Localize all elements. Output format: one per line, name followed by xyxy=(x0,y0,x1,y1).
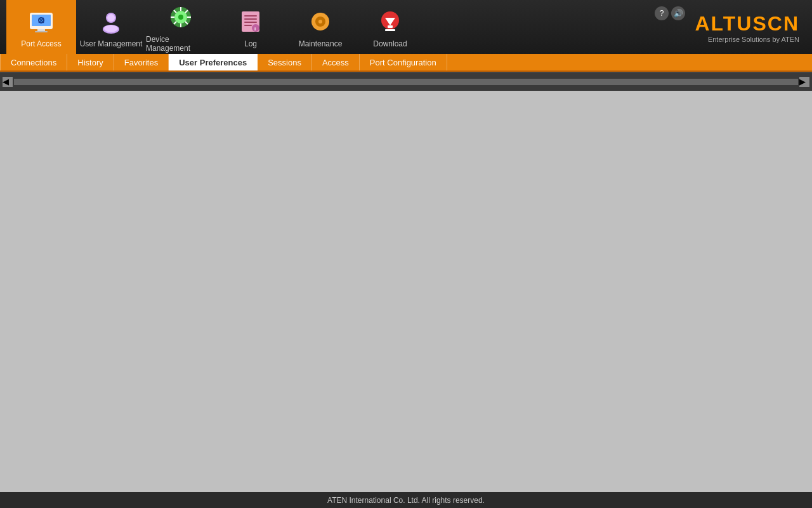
nav-port-access-label: Port Access xyxy=(21,39,61,48)
maintenance-icon xyxy=(305,6,336,37)
sidebar-footer: ◀ ▶ xyxy=(0,72,812,91)
nav-maintenance[interactable]: Maintenance xyxy=(285,0,355,54)
nav-download-label: Download xyxy=(373,39,407,48)
svg-rect-26 xyxy=(385,29,395,31)
user-management-icon xyxy=(96,6,126,37)
svg-rect-14 xyxy=(244,15,257,17)
svg-rect-15 xyxy=(244,18,257,20)
nav-log[interactable]: i Log xyxy=(216,0,285,54)
help-icon[interactable]: ? xyxy=(655,6,669,20)
svg-rect-3 xyxy=(35,31,48,32)
tabbar: Connections History Favorites User Prefe… xyxy=(0,54,812,72)
header: Port Access User Management Device Manag… xyxy=(0,0,812,54)
nav-port-access[interactable]: Port Access xyxy=(6,0,76,54)
statusbar: ATEN International Co. Ltd. All rights r… xyxy=(0,492,812,508)
logo-sub: Enterprise Solutions by ATEN xyxy=(695,35,800,43)
nav-device-management-label: Device Management xyxy=(146,35,216,53)
nav-download[interactable]: Download xyxy=(355,0,425,54)
speaker-icon[interactable]: 🔊 xyxy=(671,6,685,20)
nav-user-management-label: User Management xyxy=(80,39,143,48)
nav-log-label: Log xyxy=(244,39,257,48)
logo: ALTUSCN Enterprise Solutions by ATEN xyxy=(695,11,800,43)
scroll-right-btn[interactable]: ▶ xyxy=(799,77,809,87)
svg-text:i: i xyxy=(254,26,256,32)
svg-point-12 xyxy=(178,15,183,20)
nav-maintenance-label: Maintenance xyxy=(299,39,343,48)
svg-rect-16 xyxy=(244,22,257,23)
svg-point-9 xyxy=(104,25,118,32)
log-icon: i xyxy=(235,6,266,37)
tab-connections[interactable]: Connections xyxy=(0,54,67,70)
tab-port-configuration[interactable]: Port Configuration xyxy=(360,54,447,70)
tab-sessions[interactable]: Sessions xyxy=(258,54,312,70)
svg-rect-17 xyxy=(244,25,252,26)
port-access-icon xyxy=(26,6,56,37)
download-icon xyxy=(375,6,405,37)
svg-rect-25 xyxy=(388,25,393,28)
main-content: ▼ KN2124VA [01] [02] [03] [04] [05] [06] xyxy=(0,72,812,492)
statusbar-text: ATEN International Co. Ltd. All rights r… xyxy=(327,496,485,505)
tab-history[interactable]: History xyxy=(67,54,114,70)
nav-user-management[interactable]: User Management xyxy=(76,0,146,54)
header-utility-icons: ? 🔊 xyxy=(655,6,685,20)
device-management-icon xyxy=(166,2,196,32)
tab-user-preferences[interactable]: User Preferences xyxy=(169,54,258,70)
scroll-left-btn[interactable]: ◀ xyxy=(3,77,13,87)
svg-point-22 xyxy=(318,20,322,23)
logo-brand: ALTUSCN xyxy=(695,11,800,35)
svg-point-8 xyxy=(107,14,115,22)
nav-device-management[interactable]: Device Management xyxy=(146,0,216,54)
tab-access[interactable]: Access xyxy=(312,54,360,70)
tab-favorites[interactable]: Favorites xyxy=(114,54,169,70)
